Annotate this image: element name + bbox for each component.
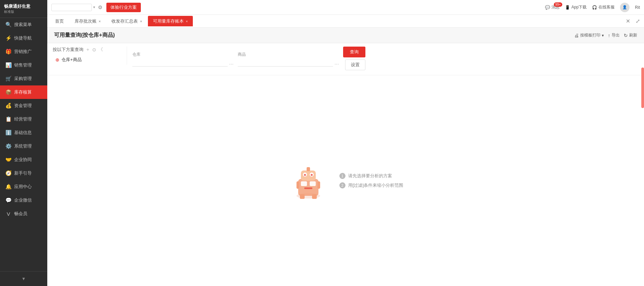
tab-label-0: 首页 [55, 18, 64, 24]
sidebar-label-3: 销售管理 [14, 62, 32, 68]
sidebar-item-1[interactable]: ⚡快捷导航 [0, 31, 47, 45]
sidebar-item-0[interactable]: 🔍搜索菜单 [0, 18, 47, 31]
tip-text-2: 用[过滤]条件来缩小分析范围 [348, 182, 403, 188]
tip-item-1: 1 请先选择要分析的方案 [339, 173, 403, 179]
filter-left: 按以下方案查询 ＋ ⊙ 《 ⊕ 仓库+商品 [53, 47, 127, 65]
close-tab-btn[interactable]: ✕ [624, 18, 632, 24]
print-label: 按模板打印 [580, 32, 600, 38]
sidebar-item-5[interactable]: 📦库存核算 [0, 85, 47, 99]
sidebar-label-11: 新手引导 [14, 170, 32, 176]
headset-icon: 🎧 [592, 5, 597, 10]
online-service-btn[interactable]: 🎧 在线客服 [592, 4, 615, 10]
add-scheme-btn[interactable]: ＋ [85, 47, 90, 53]
collapse-scheme-btn[interactable]: 《 [98, 47, 103, 53]
svg-rect-8 [312, 194, 317, 199]
warehouse-filter-field: 仓库 … [132, 52, 234, 67]
sidebar-item-3[interactable]: 📊销售管理 [0, 58, 47, 72]
sidebar-icon-12: 🔔 [5, 184, 11, 190]
gear-icon[interactable]: ⚙ [98, 4, 102, 10]
scrollbar-right[interactable] [641, 68, 644, 108]
tab-label-3: 可用量库存账本 [153, 18, 184, 24]
sidebar-icon-9: ⚙️ [5, 143, 11, 149]
warehouse-label: 仓库 [132, 52, 234, 57]
svg-rect-2 [301, 181, 307, 186]
refresh-label: 刷新 [629, 32, 637, 38]
sidebar-label-13: 企业微信 [14, 197, 32, 203]
app-download-btn[interactable]: 📱 App下载 [565, 4, 587, 10]
sidebar-item-4[interactable]: 🛒采购管理 [0, 72, 47, 85]
tip-num-2: 2 [339, 182, 345, 188]
sidebar-icon-4: 🛒 [5, 76, 11, 82]
edit-scheme-btn[interactable]: ⊙ [92, 47, 96, 52]
product-input[interactable] [238, 59, 333, 67]
username[interactable]: Rit [635, 5, 640, 10]
sidebar-label-4: 采购管理 [14, 76, 32, 82]
warehouse-input[interactable] [132, 59, 228, 67]
phone-icon: 📱 [565, 5, 570, 10]
search-input[interactable] [51, 4, 92, 11]
tabs-right: ✕ ⤢ [624, 18, 641, 24]
notification-btn[interactable]: 💬 消息 99+ [545, 4, 560, 10]
tip-num-1: 1 [339, 173, 345, 179]
tab-close-2[interactable]: × [140, 19, 142, 23]
sidebar-bottom: ▼ [0, 271, 47, 286]
print-btn[interactable]: 🖨 按模板打印 ▾ [574, 32, 604, 38]
refresh-btn[interactable]: ↻ 刷新 [624, 32, 637, 38]
sidebar-item-14[interactable]: V畅会员 [0, 207, 47, 220]
sidebar-label-1: 快捷导航 [14, 35, 32, 41]
sidebar-item-7[interactable]: 📋经营管理 [0, 112, 47, 126]
tab-item-2[interactable]: 收发存汇总表× [106, 16, 147, 26]
tab-label-2: 收发存汇总表 [111, 18, 138, 24]
filter-panel: 按以下方案查询 ＋ ⊙ 《 ⊕ 仓库+商品 仓库 … [47, 43, 644, 75]
sidebar-item-9[interactable]: ⚙️系统管理 [0, 139, 47, 153]
sidebar-icon-14: V [5, 211, 11, 217]
sidebar-label-8: 基础信息 [14, 130, 32, 136]
query-btn[interactable]: 查询 [343, 47, 365, 57]
filter-right: 仓库 … 商品 … 查询 设置 [132, 47, 639, 72]
tab-close-1[interactable]: × [99, 19, 101, 23]
sidebar-item-12[interactable]: 🔔应用中心 [0, 180, 47, 193]
scheme-item-warehouse-product[interactable]: ⊕ 仓库+商品 [53, 55, 123, 65]
sidebar-scroll: 🔍搜索菜单⚡快捷导航🎁营销推广📊销售管理🛒采购管理📦库存核算💰资金管理📋经营管理… [0, 18, 47, 271]
product-filter-field: 商品 … [238, 52, 339, 67]
sidebar-icon-2: 🎁 [5, 49, 11, 55]
sidebar: 畅康通好生意 标准版 🔍搜索菜单⚡快捷导航🎁营销推广📊销售管理🛒采购管理📦库存核… [0, 0, 47, 286]
sidebar-scroll-down[interactable]: ▼ [0, 274, 47, 283]
svg-rect-10 [307, 167, 310, 171]
tab-item-3[interactable]: 可用量库存账本× [148, 16, 193, 26]
app-download-label: App下载 [571, 4, 587, 10]
notification-badge: 99+ [554, 2, 562, 7]
sidebar-label-9: 系统管理 [14, 143, 32, 149]
export-btn[interactable]: ↑ 导出 [608, 32, 620, 38]
sidebar-item-10[interactable]: 🤝企业协同 [0, 153, 47, 166]
sidebar-label-2: 营销推广 [14, 49, 32, 55]
trial-btn[interactable]: 体验行业方案 [106, 3, 141, 12]
warehouse-input-row: … [132, 59, 234, 67]
svg-point-14 [311, 174, 313, 176]
tab-item-0[interactable]: 首页 [50, 16, 69, 26]
settings-btn[interactable]: 设置 [345, 59, 365, 70]
sidebar-item-6[interactable]: 💰资金管理 [0, 99, 47, 112]
print-dropdown-arrow[interactable]: ▾ [602, 33, 604, 38]
tip-text-1: 请先选择要分析的方案 [348, 173, 392, 179]
empty-illustration [288, 160, 329, 201]
sidebar-item-8[interactable]: ℹ️基础信息 [0, 126, 47, 139]
sidebar-item-11[interactable]: 🧭新手引导 [0, 166, 47, 180]
sidebar-icon-7: 📋 [5, 116, 11, 122]
tab-item-1[interactable]: 库存批次账× [70, 16, 106, 26]
sidebar-item-2[interactable]: 🎁营销推广 [0, 45, 47, 58]
expand-tab-btn[interactable]: ⤢ [634, 18, 641, 24]
search-dropdown-arrow[interactable]: ▾ [93, 5, 95, 9]
warehouse-more-btn[interactable]: … [229, 60, 234, 66]
sidebar-item-13[interactable]: 💬企业微信 [0, 193, 47, 207]
product-more-btn[interactable]: … [334, 60, 339, 66]
user-avatar[interactable]: 👤 [620, 3, 629, 12]
tab-close-3[interactable]: × [186, 19, 188, 23]
product-input-row: … [238, 59, 339, 67]
svg-rect-7 [300, 194, 305, 199]
svg-point-13 [304, 174, 306, 176]
sidebar-icon-13: 💬 [5, 197, 11, 203]
sidebar-icon-10: 🤝 [5, 157, 11, 163]
topbar: ▾ ⚙ 体验行业方案 💬 消息 99+ 📱 App下载 🎧 在线客服 👤 Rit [47, 0, 644, 15]
filter-actions: 查询 设置 [343, 47, 365, 71]
